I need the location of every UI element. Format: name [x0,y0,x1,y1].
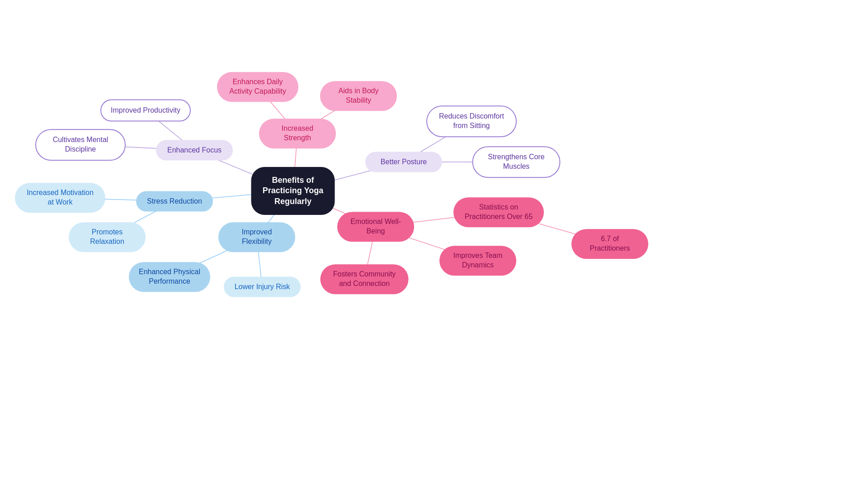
cultivates-mental-node[interactable]: Cultivates Mental Discipline [35,129,126,161]
strengthens-core-node[interactable]: Strengthens Core Muscles [472,146,561,178]
increased-strength-node[interactable]: Increased Strength [259,119,336,148]
aids-stability-node[interactable]: Aids in Body Stability [320,81,397,111]
stress-reduction-node[interactable]: Stress Reduction [136,191,213,212]
better-posture-node[interactable]: Better Posture [365,152,442,172]
enhanced-physical-node[interactable]: Enhanced Physical Performance [129,262,210,292]
statistics-practitioners-node[interactable]: Statistics on Practitioners Over 65 [453,197,544,227]
fosters-community-node[interactable]: Fosters Community and Connection [321,264,409,294]
increased-motivation-node[interactable]: Increased Motivation at Work [15,183,105,213]
improved-productivity-node[interactable]: Improved Productivity [100,100,191,122]
lower-injury-node[interactable]: Lower Injury Risk [224,277,301,297]
reduces-discomfort-node[interactable]: Reduces Discomfort from Sitting [426,105,517,137]
enhances-daily-node[interactable]: Enhances Daily Activity Capability [217,72,298,102]
emotional-wellbeing-node[interactable]: Emotional Well-Being [337,212,414,242]
mindmap-container: Benefits of Practicing Yoga RegularlyEnh… [0,0,868,490]
improves-team-node[interactable]: Improves Team Dynamics [439,246,516,276]
improved-flexibility-node[interactable]: Improved Flexibility [218,222,295,252]
67-practitioners-node[interactable]: 6.7 of Practitioners [571,229,648,259]
promotes-relaxation-node[interactable]: Promotes Relaxation [69,222,146,252]
enhanced-focus-node[interactable]: Enhanced Focus [156,140,233,161]
center-node: Benefits of Practicing Yoga Regularly [251,167,335,215]
